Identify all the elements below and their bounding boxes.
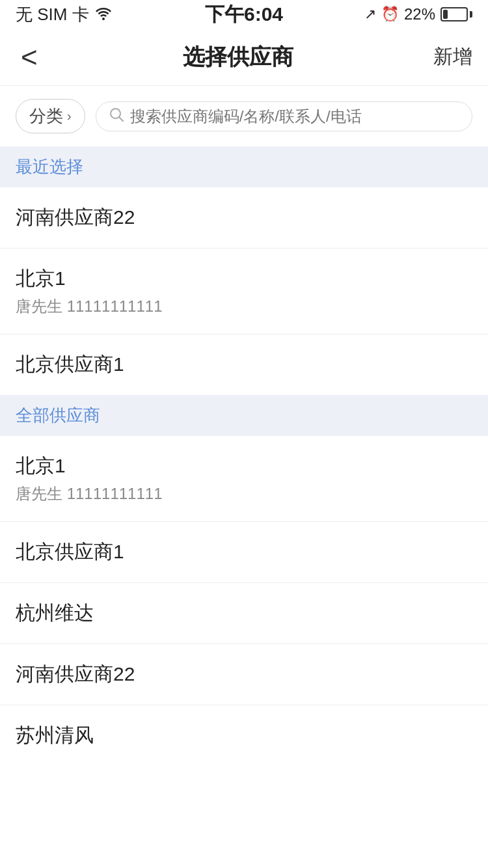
svg-line-1 — [119, 117, 123, 121]
battery-percent: 22% — [404, 5, 435, 23]
add-button[interactable]: 新增 — [433, 44, 472, 70]
all-section-label: 全部供应商 — [16, 405, 100, 425]
list-item[interactable]: 杭州维达 — [0, 583, 488, 644]
item-name: 北京1 — [16, 265, 472, 292]
item-name: 河南供应商22 — [16, 661, 472, 688]
wifi-icon — [94, 5, 113, 25]
item-name: 河南供应商22 — [16, 204, 472, 231]
list-item[interactable]: 北京供应商1 — [0, 522, 488, 583]
recent-section-label: 最近选择 — [16, 157, 83, 176]
recent-section-header: 最近选择 — [0, 146, 488, 187]
alarm-icon: ⏰ — [381, 6, 399, 23]
nav-bar: < 选择供应商 新增 — [0, 29, 488, 86]
all-section-header: 全部供应商 — [0, 395, 488, 436]
list-item[interactable]: 北京1 唐先生 11111111111 — [0, 249, 488, 334]
location-icon: ↗ — [364, 6, 376, 23]
status-right: ↗ ⏰ 22% — [364, 5, 472, 23]
item-name: 北京供应商1 — [16, 539, 472, 565]
list-item[interactable]: 河南供应商22 — [0, 644, 488, 705]
chevron-right-icon: › — [67, 109, 72, 124]
status-time: 下午6:04 — [205, 1, 283, 28]
item-sub: 唐先生 11111111111 — [16, 296, 472, 317]
item-name: 苏州清风 — [16, 722, 472, 749]
page-title: 选择供应商 — [183, 42, 293, 72]
item-name: 杭州维达 — [16, 600, 472, 627]
list-item[interactable]: 北京1 唐先生 11111111111 — [0, 436, 488, 522]
status-bar: 无 SIM 卡 下午6:04 ↗ ⏰ 22% — [0, 0, 488, 29]
all-list: 北京1 唐先生 11111111111 北京供应商1 杭州维达 河南供应商22 … — [0, 436, 488, 766]
list-item[interactable]: 北京供应商1 — [0, 334, 488, 395]
battery-indicator — [441, 7, 472, 21]
list-item[interactable]: 苏州清风 — [0, 705, 488, 766]
no-sim-text: 无 SIM 卡 — [16, 3, 89, 26]
item-sub: 唐先生 11111111111 — [16, 483, 472, 504]
search-input[interactable] — [130, 107, 459, 126]
list-item[interactable]: 河南供应商22 — [0, 187, 488, 249]
item-name: 北京供应商1 — [16, 351, 472, 378]
search-box[interactable] — [96, 102, 472, 131]
status-left: 无 SIM 卡 — [16, 3, 113, 26]
item-name: 北京1 — [16, 453, 472, 480]
category-label: 分类 — [29, 105, 63, 128]
category-button[interactable]: 分类 › — [16, 99, 85, 133]
back-button[interactable]: < — [16, 36, 43, 79]
filter-bar: 分类 › — [0, 86, 488, 146]
recent-list: 河南供应商22 北京1 唐先生 11111111111 北京供应商1 — [0, 187, 488, 395]
search-icon — [109, 107, 124, 126]
